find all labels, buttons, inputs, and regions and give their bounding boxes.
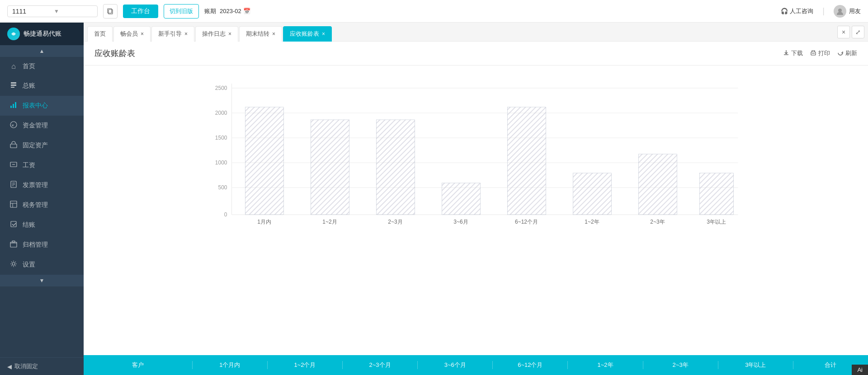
close-all-tabs-button[interactable]: × [837,26,850,38]
avatar-icon [836,7,844,15]
svg-text:2000: 2000 [215,110,227,116]
chart-section: 0 500 1000 1500 2000 2500 [84,66,868,355]
svg-rect-23 [12,241,15,242]
tab-member-close[interactable]: × [141,31,144,37]
switch-version-button[interactable]: 切到旧版 [164,4,199,19]
sidebar-item-settings[interactable]: 设置 [0,255,84,275]
tab-period-end[interactable]: 期末结转 × [239,26,282,42]
invoice-icon [9,181,18,190]
sidebar-item-home[interactable]: ⌂ 首页 [0,57,84,76]
tab-period-end-close[interactable]: × [272,31,275,37]
main-layout: 畅捷通易代账 ▲ ⌂ 首页 总账 报表中心 [0,23,868,375]
sidebar-label-tax: 税务管理 [23,201,48,209]
download-icon [783,50,789,57]
tab-guide-close[interactable]: × [184,31,188,37]
download-button[interactable]: 下载 [783,49,803,57]
tab-member[interactable]: 畅会员 × [113,26,151,42]
header-right: 🎧 人工咨询 | 用友 [781,5,861,18]
svg-rect-11 [10,144,17,148]
svg-text:2~3年: 2~3年 [650,219,665,225]
sidebar-item-archive[interactable]: 归档管理 [0,235,84,255]
svg-rect-6 [10,106,12,108]
ai-badge[interactable]: Ai [852,365,868,375]
svg-text:¥: ¥ [11,123,14,127]
user-info[interactable]: 用友 [834,5,861,18]
ledger-icon [9,81,18,90]
sidebar-item-reports[interactable]: 报表中心 [0,96,84,116]
sidebar-label-archive: 归档管理 [23,241,48,249]
print-button[interactable]: 打印 [810,49,830,57]
cancel-fixed-button[interactable]: ◀ 取消固定 [0,357,84,375]
refresh-button[interactable]: 刷新 [837,49,857,57]
tab-home-label: 首页 [94,30,106,38]
svg-text:2~3月: 2~3月 [388,219,402,225]
th-1month: 1个月内 [193,361,268,369]
top-header: 1111 ▼ 工作台 切到旧版 账期 2023-02 📅 🎧 人工咨询 | 用友 [0,0,868,23]
sidebar-item-tax[interactable]: 税务管理 [0,195,84,215]
sidebar-item-assets[interactable]: 固定资产 [0,136,84,155]
tab-oplog-close[interactable]: × [228,31,231,37]
tab-oplog-label: 操作日志 [202,30,226,38]
svg-rect-8 [15,102,16,108]
svg-rect-51 [573,173,612,215]
scroll-up-indicator[interactable]: ▲ [0,45,84,57]
copy-icon [107,8,114,15]
maximize-button[interactable]: ⤢ [852,26,864,38]
svg-rect-3 [11,82,16,84]
settings-icon [9,260,18,269]
sidebar-label-salary: 工资 [23,161,35,169]
tab-guide-label: 新手引导 [158,30,182,38]
svg-text:3~6月: 3~6月 [453,219,468,225]
svg-rect-47 [442,183,481,215]
tab-oplog[interactable]: 操作日志 × [195,26,238,42]
sidebar-item-funds[interactable]: ¥ 资金管理 [0,116,84,136]
th-3-6month: 3~6个月 [418,361,493,369]
svg-text:2500: 2500 [215,85,227,91]
sidebar-label-funds: 资金管理 [23,122,48,130]
svg-rect-43 [311,120,349,215]
table-header: 客户 1个月内 1~2个月 2~3个月 3~6个月 6~12个月 [84,355,868,375]
th-2-3month: 2~3个月 [343,361,418,369]
svg-text:1~2月: 1~2月 [322,219,337,225]
tab-controls: × ⤢ [837,26,864,38]
tab-guide[interactable]: 新手引导 × [151,26,194,42]
tab-aging[interactable]: 应收账龄表 × [283,26,332,42]
brand-icon [9,29,18,38]
page-header: 应收账龄表 下载 打印 [84,42,868,66]
tabs-bar: 首页 畅会员 × 新手引导 × 操作日志 × 期末结转 × 应收账龄表 × [84,23,868,42]
th-1-2year: 1~2年 [568,361,643,369]
th-customer: 客户 [84,361,193,369]
calendar-icon[interactable]: 📅 [243,8,250,14]
workbench-button[interactable]: 工作台 [123,5,158,18]
sidebar-item-salary[interactable]: 工资 [0,155,84,175]
assets-icon [9,141,18,150]
tab-aging-close[interactable]: × [322,31,325,37]
svg-text:1500: 1500 [215,135,227,141]
svg-rect-21 [11,221,16,227]
svg-text:0: 0 [224,211,227,218]
chart-wrapper: 0 500 1000 1500 2000 2500 [94,75,857,346]
company-selector[interactable]: 1111 ▼ [7,5,98,17]
copy-button[interactable] [103,4,118,19]
company-name: 1111 [12,8,51,15]
sidebar-item-invoice[interactable]: 发票管理 [0,175,84,195]
dropdown-arrow-icon: ▼ [54,8,93,14]
sidebar-item-ledger[interactable]: 总账 [0,76,84,96]
tab-home[interactable]: 首页 [87,26,113,42]
sidebar-nav: ▲ ⌂ 首页 总账 报表中心 ¥ [0,45,84,357]
tab-member-label: 畅会员 [120,30,138,38]
refresh-icon [837,50,844,57]
sidebar-item-settle[interactable]: 结账 [0,215,84,235]
svg-rect-53 [639,154,677,215]
avatar [834,5,846,18]
th-3year-plus: 3年以上 [718,361,793,369]
svg-rect-41 [245,107,284,215]
consult-button[interactable]: 🎧 人工咨询 [781,7,813,15]
tax-icon [9,201,18,210]
logo-text: 畅捷通易代账 [24,30,61,38]
headset-icon: 🎧 [781,8,788,14]
scroll-down-indicator[interactable]: ▼ [0,275,84,286]
content-area: 首页 畅会员 × 新手引导 × 操作日志 × 期末结转 × 应收账龄表 × [84,23,868,375]
svg-text:1000: 1000 [215,159,227,166]
svg-text:1~2年: 1~2年 [585,219,599,225]
